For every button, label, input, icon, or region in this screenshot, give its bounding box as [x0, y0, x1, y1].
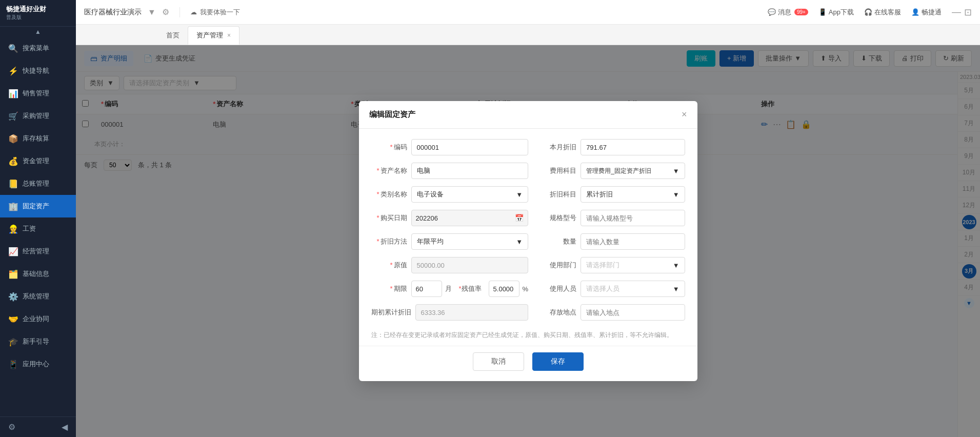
purchase-date-label: *购买日期: [371, 213, 407, 223]
calendar-icon[interactable]: 📅: [515, 214, 524, 222]
expense-subject-arrow: ▼: [673, 167, 679, 175]
cancel-button[interactable]: 取消: [473, 352, 524, 371]
spec-model-input[interactable]: [581, 210, 685, 226]
app-download-btn[interactable]: 📱 App下载: [818, 8, 854, 17]
dept-arrow: ▼: [673, 262, 679, 269]
expense-subject-select[interactable]: 管理费用_固定资产折旧 ▼: [581, 163, 685, 179]
dep-method-select[interactable]: 年限平均 ▼: [411, 233, 529, 250]
window-controls: — ⊡: [952, 7, 972, 18]
form-row-name: *资产名称: [371, 163, 529, 179]
period-group: 月: [411, 281, 452, 297]
sidebar-item-finance[interactable]: 💰 资金管理: [0, 150, 76, 172]
save-button[interactable]: 保存: [532, 352, 584, 371]
spec-model-label: 规格型号: [541, 213, 576, 223]
app-version: 普及版: [6, 14, 46, 21]
code-input[interactable]: [411, 139, 529, 155]
form-row-monthly-dep: 本月折旧: [541, 139, 685, 155]
dep-method-arrow: ▼: [516, 238, 523, 246]
location-input[interactable]: [581, 304, 685, 321]
user-avatar[interactable]: 👤 畅捷通: [911, 8, 942, 17]
phone-icon: 📱: [818, 8, 827, 16]
headset-icon: 🎧: [864, 8, 872, 16]
purchase-date-text[interactable]: [416, 214, 515, 222]
code-label: *编码: [371, 143, 407, 152]
company-dropdown-icon[interactable]: ▼: [148, 8, 156, 17]
online-service-btn[interactable]: 🎧 在线客服: [864, 8, 901, 17]
tab-home[interactable]: 首页: [158, 26, 188, 45]
sidebar-item-quick-nav[interactable]: ⚡ 快捷导航: [0, 59, 76, 82]
tabbar: 首页 资产管理 ×: [76, 25, 980, 45]
initial-dep-input[interactable]: [415, 304, 529, 321]
topbar-left: 医疗器械行业演示 ▼ ⚙ ☁ 我要体验一下: [84, 7, 240, 17]
sales-icon: 📊: [8, 88, 18, 98]
sidebar-item-enterprise[interactable]: 🤝 企业协同: [0, 308, 76, 330]
form-row-user: 使用人员 请选择人员 ▼: [541, 281, 685, 297]
tab-close-icon[interactable]: ×: [227, 32, 231, 39]
payroll-icon: 👷: [8, 224, 18, 234]
sidebar-footer: ⚙ ◀: [0, 416, 76, 437]
expense-subject-label: 费用科目: [541, 166, 576, 175]
sidebar-item-operations[interactable]: 📈 经营管理: [0, 240, 76, 263]
sidebar-item-sales[interactable]: 📊 销售管理: [0, 82, 76, 105]
monthly-dep-input[interactable]: [581, 139, 685, 155]
maximize-icon[interactable]: ⊡: [964, 7, 972, 18]
sidebar-nav: 🔍 搜索菜单 ⚡ 快捷导航 📊 销售管理 🛒 采购管理 📦 库存核算 💰 资金管…: [0, 37, 76, 416]
modal-note: 注：已经存在变更记录或者对应固定资产已经生成凭证，原值、购买日期、残值率、累计折…: [359, 331, 697, 346]
inventory-icon: 📦: [8, 133, 18, 144]
form-row-location: 存放地点: [541, 304, 685, 321]
sidebar: 畅捷通好业财 普及版 ▲ 🔍 搜索菜单 ⚡ 快捷导航 📊 销售管理 🛒 采购管理…: [0, 0, 76, 437]
sidebar-item-apps[interactable]: 📱 应用中心: [0, 353, 76, 375]
form-row-dept: 使用部门 请选择部门 ▼: [541, 257, 685, 273]
sidebar-item-system[interactable]: ⚙️ 系统管理: [0, 285, 76, 308]
tab-asset-management[interactable]: 资产管理 ×: [188, 26, 239, 45]
dep-subject-label: 折旧科目: [541, 190, 576, 199]
trial-btn[interactable]: ☁ 我要体验一下: [190, 8, 240, 17]
collapse-icon[interactable]: ◀: [62, 422, 68, 432]
original-value-input[interactable]: [411, 257, 529, 273]
sidebar-item-basic-info[interactable]: 🗂️ 基础信息: [0, 263, 76, 285]
operations-icon: 📈: [8, 246, 18, 256]
name-label: *资产名称: [371, 166, 407, 175]
form-row-quantity: 数量: [541, 233, 685, 250]
messages-btn[interactable]: 💬 消息 99+: [768, 8, 808, 17]
form-row-period: *期限 月 *残值率 %: [371, 281, 529, 297]
quantity-input[interactable]: [581, 233, 685, 250]
edit-asset-modal: 编辑固定资产 × *编码 *资产名称: [359, 101, 697, 381]
sidebar-item-purchase[interactable]: 🛒 采购管理: [0, 105, 76, 127]
enterprise-icon: 🤝: [8, 314, 18, 324]
dep-subject-select[interactable]: 累计折旧 ▼: [581, 186, 685, 203]
avatar-icon: 👤: [911, 8, 919, 16]
sidebar-item-ledger[interactable]: 📒 总账管理: [0, 172, 76, 195]
sidebar-item-payroll[interactable]: 👷 工资: [0, 217, 76, 240]
modal-close-btn[interactable]: ×: [682, 109, 687, 120]
message-icon: 💬: [768, 8, 776, 16]
period-label: *期限: [371, 284, 407, 293]
form-row-original-value: *原值: [371, 257, 529, 273]
purchase-date-input[interactable]: 📅: [411, 210, 529, 226]
form-row-dep-method: *折旧方法 年限平均 ▼: [371, 233, 529, 250]
sidebar-scroll-up[interactable]: ▲: [0, 27, 76, 37]
dep-method-label: *折旧方法: [371, 237, 407, 246]
settings-gear-icon[interactable]: ⚙: [162, 7, 169, 17]
residual-rate-label: *残值率: [459, 284, 482, 293]
minimize-icon[interactable]: —: [952, 7, 961, 18]
sidebar-item-guide[interactable]: 🎓 新手引导: [0, 330, 76, 353]
category-select-field[interactable]: 电子设备 ▼: [411, 186, 529, 203]
residual-rate-input[interactable]: [489, 281, 519, 297]
sidebar-item-search[interactable]: 🔍 搜索菜单: [0, 37, 76, 59]
location-label: 存放地点: [541, 308, 576, 317]
period-input[interactable]: [411, 281, 442, 297]
category-label: *类别名称: [371, 190, 407, 199]
original-value-label: *原值: [371, 261, 407, 270]
system-icon: ⚙️: [8, 291, 18, 302]
form-row-dep-subject: 折旧科目 累计折旧 ▼: [541, 186, 685, 203]
settings-icon[interactable]: ⚙: [8, 422, 15, 432]
sidebar-item-fixed-assets[interactable]: 🏢 固定资产: [0, 195, 76, 217]
topbar: 医疗器械行业演示 ▼ ⚙ ☁ 我要体验一下 💬 消息 99+ 📱 App下载 🎧…: [76, 0, 980, 25]
sidebar-item-inventory[interactable]: 📦 库存核算: [0, 127, 76, 150]
form-row-spec-model: 规格型号: [541, 210, 685, 226]
form-row-purchase-date: *购买日期 📅: [371, 210, 529, 226]
user-select[interactable]: 请选择人员 ▼: [581, 281, 685, 297]
dept-select[interactable]: 请选择部门 ▼: [581, 257, 685, 273]
name-input[interactable]: [411, 163, 529, 179]
